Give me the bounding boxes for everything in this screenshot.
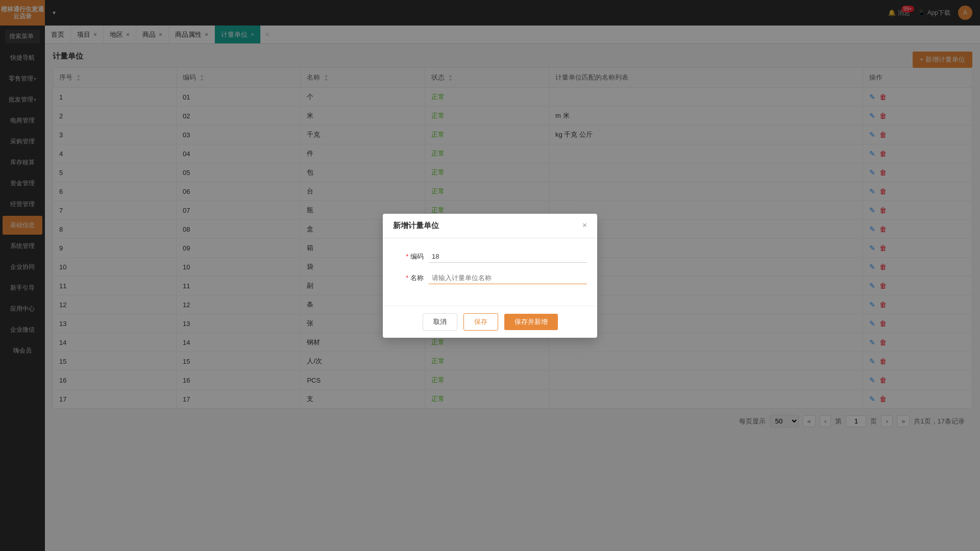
required-mark: * [406, 274, 408, 282]
code-field-row: * 编码 [393, 251, 587, 263]
name-input[interactable] [429, 272, 587, 284]
name-label: * 名称 [393, 273, 424, 283]
code-label: * 编码 [393, 252, 424, 261]
code-input[interactable] [429, 251, 587, 263]
save-button[interactable]: 保存 [463, 313, 498, 331]
name-field-row: * 名称 [393, 272, 587, 284]
modal-header: 新增计量单位 × [383, 214, 597, 238]
modal-overlay[interactable]: 新增计量单位 × * 编码 * 名称 取消 保存 保存并新增 [0, 0, 980, 551]
cancel-button[interactable]: 取消 [423, 313, 457, 331]
modal-title: 新增计量单位 [393, 221, 439, 231]
modal-footer: 取消 保存 保存并新增 [383, 306, 597, 338]
required-mark: * [406, 253, 408, 260]
add-unit-modal: 新增计量单位 × * 编码 * 名称 取消 保存 保存并新增 [383, 214, 597, 338]
save-and-new-button[interactable]: 保存并新增 [504, 314, 558, 330]
modal-body: * 编码 * 名称 [383, 238, 597, 306]
modal-close-button[interactable]: × [582, 221, 587, 230]
